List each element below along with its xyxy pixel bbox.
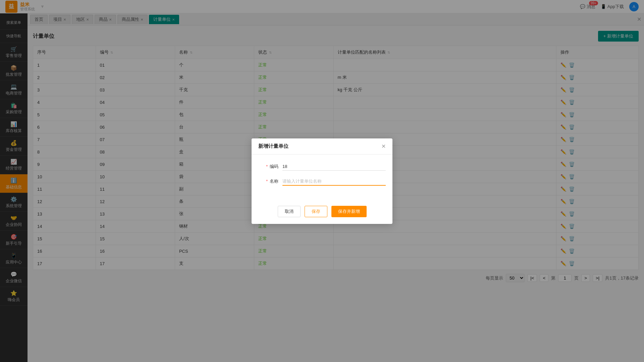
modal-close-btn[interactable]: ✕ (381, 143, 386, 149)
modal-overlay: 新增计量单位 ✕ * 编码 * 名称 取消 保存 保存并新增 (0, 0, 644, 362)
required-star-code: * (266, 164, 268, 169)
name-input[interactable] (282, 177, 386, 186)
form-row-code: * 编码 (258, 163, 386, 171)
required-star-name: * (266, 179, 268, 184)
modal-title: 新增计量单位 (258, 143, 288, 149)
modal-header: 新增计量单位 ✕ (252, 138, 392, 155)
save-new-button[interactable]: 保存并新增 (331, 206, 367, 217)
name-label: * 名称 (258, 178, 278, 184)
form-row-name: * 名称 (258, 177, 386, 186)
modal-body: * 编码 * 名称 (252, 155, 392, 200)
cancel-button[interactable]: 取消 (278, 206, 301, 217)
modal: 新增计量单位 ✕ * 编码 * 名称 取消 保存 保存并新增 (252, 138, 392, 224)
modal-footer: 取消 保存 保存并新增 (252, 200, 392, 224)
code-input[interactable] (282, 163, 386, 171)
code-label: * 编码 (258, 164, 278, 170)
save-button[interactable]: 保存 (305, 206, 327, 217)
